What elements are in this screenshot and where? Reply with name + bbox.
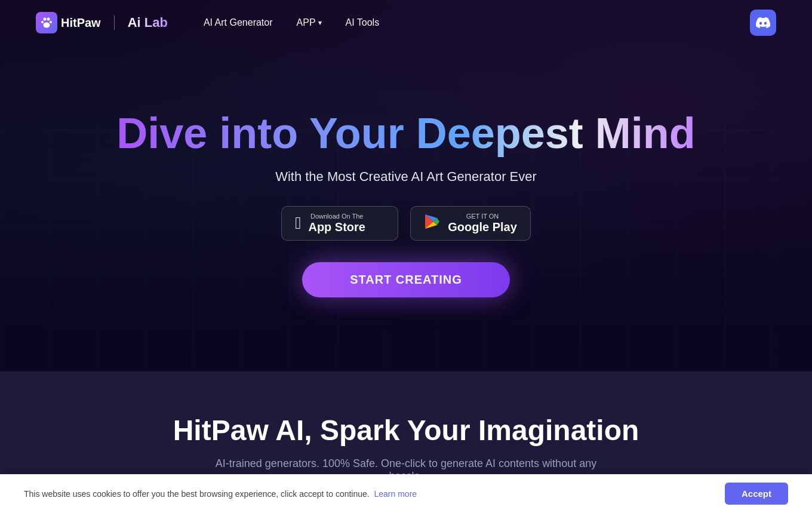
hero-section: Dive into Your Deepest Mind With the Mos… xyxy=(0,0,812,371)
discord-button[interactable] xyxy=(750,10,776,36)
google-play-icon xyxy=(424,213,441,234)
google-play-text: GET IT ON Google Play xyxy=(448,213,517,234)
svg-point-4 xyxy=(44,23,50,28)
hitpaw-text: HitPaw xyxy=(61,16,101,30)
svg-point-1 xyxy=(47,18,50,21)
hitpaw-paw-icon xyxy=(36,12,57,33)
svg-point-0 xyxy=(44,18,47,21)
start-creating-button[interactable]: START CREATING xyxy=(302,262,510,297)
ailab-logo: Ai Lab xyxy=(128,15,168,30)
google-play-button[interactable]: GET IT ON Google Play xyxy=(410,206,531,241)
logo-divider xyxy=(114,16,115,30)
nav-links: AI Art Generator APP ▾ AI Tools xyxy=(204,17,750,28)
store-buttons:  Download On The App Store GET IT ON xyxy=(116,206,695,241)
svg-point-3 xyxy=(50,21,52,23)
nav-app[interactable]: APP ▾ xyxy=(297,17,322,28)
cookie-learn-more-link[interactable]: Learn more xyxy=(374,489,417,499)
nav-right xyxy=(750,10,776,36)
app-store-button[interactable]:  Download On The App Store xyxy=(281,206,398,241)
app-store-text: Download On The App Store xyxy=(308,213,365,234)
cookie-banner: This website uses cookies to offer you t… xyxy=(0,474,812,513)
nav-ai-art-generator[interactable]: AI Art Generator xyxy=(204,17,273,28)
svg-point-2 xyxy=(41,21,44,23)
hero-content: Dive into Your Deepest Mind With the Mos… xyxy=(116,74,695,297)
app-dropdown-chevron: ▾ xyxy=(318,19,322,27)
hitpaw-logo[interactable]: HitPaw xyxy=(36,12,101,33)
cookie-text: This website uses cookies to offer you t… xyxy=(24,489,417,499)
hero-title: Dive into Your Deepest Mind xyxy=(116,110,695,157)
cookie-accept-button[interactable]: Accept xyxy=(725,483,788,505)
navbar: HitPaw Ai Lab AI Art Generator APP ▾ AI … xyxy=(0,0,812,45)
hero-subtitle: With the Most Creative AI Art Generator … xyxy=(116,169,695,185)
lower-title: HitPaw AI, Spark Your Imagination xyxy=(173,414,639,447)
nav-ai-tools[interactable]: AI Tools xyxy=(346,17,380,28)
apple-icon:  xyxy=(295,215,301,232)
logo-area: HitPaw Ai Lab xyxy=(36,12,168,33)
